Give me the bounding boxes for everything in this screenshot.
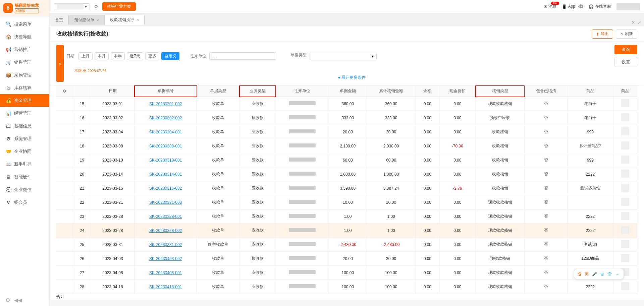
row-checkbox[interactable] bbox=[56, 238, 73, 252]
workspace-select[interactable]: ▾ bbox=[54, 3, 90, 10]
row-voucher-no[interactable]: SK-20230314-001 bbox=[135, 167, 197, 181]
ime-brand: S bbox=[578, 271, 581, 277]
sidebar-item-label: 销售管理 bbox=[14, 59, 32, 65]
sidebar-item-hardware[interactable]: 🖥 智能硬件 bbox=[0, 171, 49, 183]
refresh-button[interactable]: ↻ 刷新 bbox=[616, 29, 637, 39]
row-cash-discount: 0.00 bbox=[439, 153, 476, 167]
online-service-button[interactable]: 🎧 在线客服 bbox=[589, 4, 611, 9]
export-button[interactable]: ⬆ 导出 bbox=[592, 29, 613, 39]
row-voucher-no[interactable]: SK-20230308-001 bbox=[135, 139, 197, 153]
row-voucher-no[interactable]: SK-20230321-003 bbox=[135, 195, 197, 209]
message-button[interactable]: ✉ 消息 99+ bbox=[544, 4, 556, 9]
footer-voucher-type bbox=[197, 294, 239, 300]
row-voucher-no[interactable]: SK-20230418-001 bbox=[135, 280, 197, 294]
row-checkbox[interactable] bbox=[56, 167, 73, 181]
date-more[interactable]: 更多 bbox=[145, 52, 159, 60]
sidebar-item-guide[interactable]: 📖 新手引导 bbox=[0, 158, 49, 171]
row-counterparty bbox=[276, 125, 329, 139]
sidebar-item-base[interactable]: 🗃 基础信息 bbox=[0, 120, 49, 132]
sales-icon: 🛒 bbox=[5, 60, 11, 65]
row-voucher-no[interactable]: SK-20230301-002 bbox=[135, 97, 197, 111]
sidebar-item-inventory[interactable]: 🗂 库存核算 bbox=[0, 81, 49, 94]
date-custom[interactable]: 自定义 bbox=[161, 52, 179, 60]
row-voucher-no[interactable]: SK-20230302-002 bbox=[135, 111, 197, 125]
sidebar-item-marketing[interactable]: 📢 营销推广 bbox=[0, 43, 49, 56]
sidebar-item-search[interactable]: 🔍 搜索菜单 bbox=[0, 18, 49, 30]
row-checkbox[interactable] bbox=[56, 181, 73, 195]
finance-icon: 💰 bbox=[5, 98, 11, 103]
tab-prepay-close[interactable]: ✕ bbox=[96, 18, 99, 22]
row-checkbox[interactable] bbox=[56, 111, 73, 125]
row-voucher-no[interactable]: SK-20230328-002 bbox=[135, 224, 197, 238]
row-cumulative: 1.00 bbox=[367, 209, 416, 224]
row-checkbox[interactable] bbox=[56, 224, 73, 238]
filter-toggle-button[interactable]: » bbox=[56, 45, 64, 82]
row-cumulative: 333.00 bbox=[367, 111, 416, 125]
app-download-button[interactable]: 📱 App下载 bbox=[562, 4, 583, 9]
sidebar-bottom: ⚙ ◀◀ bbox=[0, 294, 49, 306]
row-voucher-no[interactable]: SK-20230315-002 bbox=[135, 181, 197, 195]
marketing-icon: 📢 bbox=[5, 47, 11, 52]
sidebar-item-member[interactable]: V 畅会员 bbox=[0, 196, 49, 209]
row-balance: 0.00 bbox=[416, 209, 439, 224]
tab-collection-close[interactable]: ✕ bbox=[136, 18, 139, 22]
sidebar-item-purchase[interactable]: 📦 采购管理 bbox=[0, 69, 49, 81]
date-7days[interactable]: 近7天 bbox=[127, 52, 143, 60]
row-voucher-no[interactable]: SK-20230403-002 bbox=[135, 252, 197, 266]
topbar-gear-icon[interactable]: ⚙ bbox=[94, 4, 98, 9]
row-checkbox[interactable] bbox=[56, 139, 73, 153]
sidebar-item-system[interactable]: ⚙ 系统管理 bbox=[0, 132, 49, 145]
row-checkbox[interactable] bbox=[56, 266, 73, 280]
ime-mic-icon[interactable]: 🎤 bbox=[592, 272, 597, 277]
row-checkbox[interactable] bbox=[56, 280, 73, 294]
voucher-type-select[interactable]: ▾ bbox=[310, 53, 377, 60]
row-voucher-no[interactable]: SK-20230328-001 bbox=[135, 209, 197, 224]
sidebar-item-finance[interactable]: 💰 资金管理 bbox=[0, 94, 49, 107]
setting-button[interactable]: 设置 bbox=[614, 57, 637, 67]
query-button[interactable]: 查询 bbox=[614, 45, 637, 54]
close-window-icon[interactable]: ✕ bbox=[631, 20, 635, 25]
tab-prepay[interactable]: 预付应付单 ✕ bbox=[69, 15, 105, 25]
sidebar-item-nav[interactable]: 🏠 快捷导航 bbox=[0, 30, 49, 43]
row-voucher-no[interactable]: SK-20230304-001 bbox=[135, 125, 197, 139]
col-product-header: 商品 bbox=[567, 85, 613, 97]
row-voucher-no[interactable]: SK-20230310-001 bbox=[135, 153, 197, 167]
row-biz-type: 应收款 bbox=[239, 139, 276, 153]
row-voucher-type: 收款单 bbox=[197, 252, 239, 266]
table-scroll-area[interactable]: ⚙ 日期 单据编号 单据类型 业务类型 往来单位 单据金额 累计核销金额 余额 … bbox=[50, 85, 644, 306]
solution-button[interactable]: 体验行业方案 bbox=[102, 2, 136, 11]
row-counterparty bbox=[276, 111, 329, 125]
row-checkbox[interactable] bbox=[56, 153, 73, 167]
row-checkbox[interactable] bbox=[56, 195, 73, 209]
ime-grid-icon[interactable]: ⊞ bbox=[600, 272, 604, 277]
ime-more-icon[interactable]: ⋯ bbox=[615, 272, 620, 277]
counterparty-input[interactable]: ... bbox=[209, 52, 276, 60]
expand-conditions[interactable]: ▾ 展开更多条件 bbox=[66, 73, 637, 82]
sidebar-item-sales[interactable]: 🛒 销售管理 bbox=[0, 56, 49, 69]
row-amount: 1.00 bbox=[329, 209, 367, 224]
sidebar-item-enterprise[interactable]: 🤝 企业协同 bbox=[0, 145, 49, 158]
ime-shirt-icon[interactable]: 👕 bbox=[607, 272, 612, 277]
row-product: 999 bbox=[567, 125, 613, 139]
tab-collection[interactable]: 收款核销执行 ✕ bbox=[105, 15, 145, 25]
date-prev-month[interactable]: 上月 bbox=[78, 52, 93, 60]
row-checkbox[interactable] bbox=[56, 252, 73, 266]
sidebar-item-wechat[interactable]: 💬 企业微信 bbox=[0, 183, 49, 196]
collapse-icon[interactable]: ◀◀ bbox=[14, 297, 22, 303]
col-gear-header[interactable]: ⚙ bbox=[56, 85, 73, 97]
tab-home[interactable]: 首页 bbox=[50, 15, 69, 25]
filter-action-buttons: 查询 设置 bbox=[614, 45, 637, 67]
row-voucher-no[interactable]: SK-20230331-002 bbox=[135, 238, 197, 252]
row-checkbox[interactable] bbox=[56, 97, 73, 111]
date-this-month[interactable]: 本月 bbox=[95, 52, 109, 60]
date-this-year[interactable]: 本年 bbox=[111, 52, 125, 60]
row-voucher-no[interactable]: SK-20230408-001 bbox=[135, 266, 197, 280]
row-checkbox[interactable] bbox=[56, 125, 73, 139]
row-checkbox[interactable] bbox=[56, 209, 73, 224]
counterparty-filter: 往来单位 ... bbox=[190, 52, 276, 60]
maximize-window-icon[interactable]: ⤢ bbox=[637, 20, 641, 25]
row-date: 2023-03-21 bbox=[91, 195, 134, 209]
settings-bottom-icon[interactable]: ⚙ bbox=[5, 297, 10, 303]
sidebar-item-operations[interactable]: 📊 经营管理 bbox=[0, 107, 49, 120]
footer-cash-discount bbox=[439, 294, 476, 300]
